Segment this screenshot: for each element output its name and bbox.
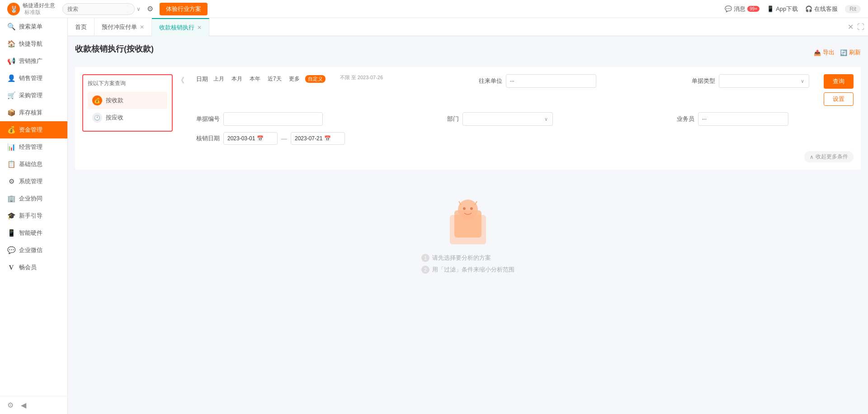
date-last-month[interactable]: 上月: [212, 74, 226, 84]
doc-num-input[interactable]: [223, 112, 323, 126]
search-area: ∨: [62, 3, 141, 15]
sidebar-label-smart-hw: 智能硬件: [19, 229, 42, 237]
sidebar-item-sales[interactable]: 👤 销售管理: [0, 70, 67, 87]
global-search-input[interactable]: [62, 3, 135, 15]
filter-actions: 查询 设置: [820, 74, 854, 106]
logo-icon: 🐰: [7, 3, 20, 15]
date-custom-tag[interactable]: 自定义: [305, 75, 326, 83]
sidebar-item-wechat[interactable]: 💬 企业微信: [0, 242, 67, 259]
date-this-year[interactable]: 本年: [248, 74, 262, 84]
sidebar-label-system: 系统管理: [19, 177, 42, 186]
main-layout: 🔍 搜索菜单 🏠 快捷导航 📢 营销推广 👤 销售管理 🛒 采购管理 📦 库存核…: [0, 18, 868, 414]
by-receivable-label: 按应收: [106, 114, 123, 122]
logo-area: 🐰 畅捷通好生意 标准版: [7, 2, 55, 15]
sidebar-item-finance[interactable]: 💰 资金管理: [0, 121, 67, 138]
doc-type-label: 单据类型: [692, 77, 715, 85]
writeoff-start-calendar-icon: 📅: [257, 135, 264, 142]
finance-icon: 💰: [7, 126, 15, 134]
guide-icon: 🎓: [7, 212, 15, 220]
inventory-icon: 📦: [7, 109, 15, 117]
counterparty-select[interactable]: ···: [506, 74, 596, 88]
sidebar-label-basic-info: 基础信息: [19, 160, 42, 168]
filter-collapse-button[interactable]: 《: [176, 76, 185, 86]
tab-collection[interactable]: 收款核销执行 ✕: [152, 18, 209, 36]
service-icon: 🎧: [805, 5, 812, 12]
writeoff-date-start-input[interactable]: 2023-03-01 📅: [223, 132, 278, 145]
sidebar-item-marketing[interactable]: 📢 营销推广: [0, 52, 67, 70]
date-last-7[interactable]: 近7天: [266, 74, 283, 84]
tab-collection-label: 收款核销执行: [159, 24, 194, 32]
sidebar-item-inventory[interactable]: 📦 库存核算: [0, 104, 67, 121]
sidebar-item-basic-info[interactable]: 📋 基础信息: [0, 156, 67, 173]
collapse-icon: 《: [177, 76, 184, 86]
counterparty-field: 往来单位 ···: [479, 74, 596, 88]
tab-home[interactable]: 首页: [68, 18, 94, 36]
sidebar-item-purchase[interactable]: 🛒 采购管理: [0, 87, 67, 104]
search-chevron-icon[interactable]: ∨: [137, 6, 141, 12]
settings-icon[interactable]: ⚙: [144, 3, 156, 15]
sidebar-item-smart-hw[interactable]: 📱 智能硬件: [0, 224, 67, 242]
sidebar-item-quick-nav[interactable]: 🏠 快捷导航: [0, 35, 67, 52]
hint-num-1: 1: [421, 254, 429, 262]
sidebar-label-operations: 经营管理: [19, 143, 42, 151]
sidebar-label-inventory: 库存核算: [19, 109, 42, 117]
doc-type-select[interactable]: ∨: [719, 74, 809, 88]
brand-label: 标准版: [24, 9, 55, 15]
sidebar-label-wechat: 企业微信: [19, 246, 42, 254]
collapse-more-label: 收起更多条件: [816, 153, 848, 161]
writeoff-date-start-value: 2023-03-01: [227, 135, 255, 142]
messages-button[interactable]: 💬 消息 99+: [725, 5, 760, 13]
sidebar-label-marketing: 营销推广: [19, 57, 42, 65]
sidebar-item-guide[interactable]: 🎓 新手引导: [0, 207, 67, 224]
tab-expand-icon[interactable]: ⛶: [857, 23, 864, 31]
hint-num-2: 2: [421, 266, 429, 274]
hint-label-1: 请先选择要分析的方案: [432, 254, 491, 262]
operations-icon: 📊: [7, 143, 15, 151]
scheme-title: 按以下方案查询: [88, 80, 167, 87]
message-icon: 💬: [725, 5, 732, 12]
sidebar-label-quick-nav: 快捷导航: [19, 40, 42, 48]
staff-select[interactable]: ···: [698, 112, 788, 126]
query-button[interactable]: 查询: [824, 74, 854, 89]
logo-text: 畅捷通好生意: [23, 2, 55, 9]
tab-close-all-icon[interactable]: ✕: [848, 23, 854, 31]
svg-point-3: [463, 207, 466, 210]
doc-type-field: 单据类型 ∨: [692, 74, 809, 88]
sidebar-item-enterprise[interactable]: 🏢 企业协同: [0, 190, 67, 207]
tab-prepay[interactable]: 预付冲应付单 ✕: [94, 18, 152, 36]
scheme-by-receivable[interactable]: 🕐 按应收: [88, 109, 167, 126]
sidebar-settings-icon[interactable]: ⚙: [7, 401, 14, 409]
writeoff-date-end-input[interactable]: 2023-07-21 📅: [291, 132, 345, 145]
by-receipt-label: 按收款: [106, 96, 123, 105]
sidebar-item-vip[interactable]: V 畅会员: [0, 259, 67, 276]
tab-collection-close-icon[interactable]: ✕: [197, 24, 202, 31]
sidebar-item-operations[interactable]: 📊 经营管理: [0, 138, 67, 156]
date-more[interactable]: 更多: [287, 74, 302, 84]
online-service-button[interactable]: 🎧 在线客服: [805, 5, 838, 13]
refresh-button[interactable]: 🔄 刷新: [840, 48, 861, 57]
by-receipt-icon: 💰: [92, 95, 102, 105]
doc-num-label: 单据编号: [196, 115, 220, 123]
scheme-selector: 按以下方案查询 💰 按收款 🕐 按应收: [82, 74, 173, 132]
enterprise-icon: 🏢: [7, 195, 15, 203]
scheme-by-receipt[interactable]: 💰 按收款: [88, 92, 167, 109]
user-menu[interactable]: Rit: [845, 5, 861, 13]
sidebar-collapse-icon[interactable]: ◀: [21, 401, 26, 409]
export-button[interactable]: 📤 导出: [814, 48, 835, 57]
collapse-more-button[interactable]: ∧ 收起更多条件: [804, 151, 854, 162]
tabbar: 首页 预付冲应付单 ✕ 收款核销执行 ✕ ✕ ⛶: [68, 18, 868, 36]
refresh-icon: 🔄: [840, 49, 847, 56]
staff-label: 业务员: [677, 115, 694, 123]
page-header-actions: 📤 导出 🔄 刷新: [814, 48, 861, 57]
date-this-month[interactable]: 本月: [230, 74, 244, 84]
dept-select[interactable]: ∨: [462, 112, 553, 126]
date-hint: 不限 至 2023-07-26: [340, 74, 383, 81]
sidebar-item-search-menu[interactable]: 🔍 搜索菜单: [0, 18, 67, 35]
writeoff-date-label: 核销日期: [196, 134, 220, 143]
sidebar-item-system[interactable]: ⚙ 系统管理: [0, 173, 67, 190]
app-download-button[interactable]: 📱 App下载: [767, 5, 798, 13]
settings-button[interactable]: 设置: [824, 92, 854, 106]
tab-prepay-close-icon[interactable]: ✕: [140, 24, 144, 30]
solution-button[interactable]: 体验行业方案: [160, 3, 208, 15]
empty-state: 1 请先选择要分析的方案 2 用「过滤」条件来缩小分析范围: [75, 170, 861, 301]
